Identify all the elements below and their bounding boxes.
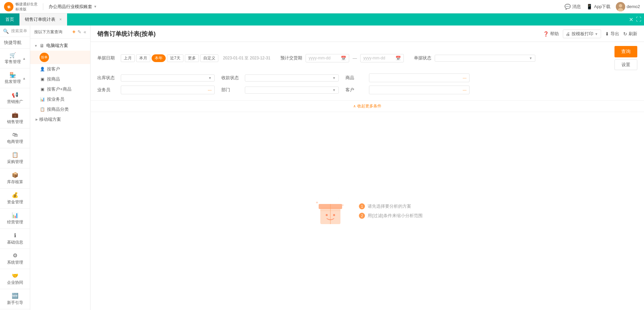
- top-bar-title[interactable]: 办公用品行业模拟账套 ▼: [49, 4, 97, 10]
- logo-text: 畅捷通好生意 标准版: [15, 2, 38, 11]
- tree-section: ▼ 🖥 电脑端方案 按单 👤 按客户 ▣ 按商: [30, 39, 90, 126]
- tree-child-by-order[interactable]: 按单: [30, 51, 90, 64]
- sidebar-item-operations[interactable]: 📊 经营管理: [0, 209, 30, 229]
- sidebar-item-wholesale[interactable]: 🏪 批发管理 ▲: [0, 68, 30, 88]
- add-scheme-btn[interactable]: +: [72, 29, 75, 35]
- pc-expand-icon: ▼: [34, 44, 38, 48]
- page-title-row: 销售订单统计表(按单) ❓ 帮助 🖨 按模板打印 ▼ ⬇: [97, 30, 637, 38]
- status-select-arrow: ▼: [529, 56, 532, 60]
- single-status-label: 单据状态: [414, 55, 431, 61]
- sidebar-item-sales[interactable]: 💼 销售管理: [0, 108, 30, 128]
- newbie-icon: 🆕: [12, 293, 18, 299]
- sidebar-item-retail[interactable]: 🛒 零售管理 ▲: [0, 49, 30, 68]
- cal-icon-end: 📅: [395, 56, 401, 61]
- by-sales-icon: 📊: [40, 97, 45, 102]
- sidebar-item-basic[interactable]: ℹ 基础信息: [0, 229, 30, 249]
- tab-home[interactable]: 首页: [0, 13, 19, 25]
- search-icon: 🔍: [3, 29, 9, 34]
- ship-status-select[interactable]: ▼: [121, 74, 215, 82]
- payment-status-label: 收款状态: [221, 75, 241, 81]
- retail-icon: 🛒: [9, 52, 16, 58]
- page-actions: ❓ 帮助 🖨 按模板打印 ▼ ⬇ 导出 ↻: [543, 30, 637, 38]
- salesperson-input[interactable]: ···: [121, 86, 215, 94]
- sidebar-item-marketing[interactable]: 📢 营销推广: [0, 88, 30, 108]
- department-select[interactable]: ▼: [245, 87, 339, 94]
- left-panel-header: 按以下方案查询 + ✎ «: [30, 25, 90, 39]
- left-panel: 按以下方案查询 + ✎ « ▼ 🖥 电脑端方案 按单: [30, 25, 91, 310]
- salesperson-dots-icon: ···: [208, 87, 212, 93]
- sidebar-search[interactable]: 🔍 搜索菜单: [0, 25, 30, 37]
- mobile-expand-icon: ▶: [36, 118, 38, 121]
- salesperson-label: 业务员: [97, 87, 117, 93]
- this-month-btn[interactable]: 本月: [136, 54, 150, 62]
- user-area[interactable]: demo2: [616, 2, 640, 11]
- this-year-btn[interactable]: 本年: [152, 54, 166, 62]
- sidebar-item-system[interactable]: ⚙ 系统管理: [0, 249, 30, 269]
- tree-parent-mobile[interactable]: ▶ 移动端方案: [30, 114, 90, 124]
- ship-status-label: 出库状态: [97, 75, 117, 81]
- marketing-icon: 📢: [12, 92, 18, 98]
- settings-button[interactable]: 设置: [614, 59, 637, 70]
- user-avatar: [616, 2, 625, 11]
- right-content: 销售订单统计表(按单) ❓ 帮助 🖨 按模板打印 ▼ ⬇: [91, 25, 644, 310]
- svg-text:畅: 畅: [7, 5, 10, 9]
- tab-expand-icon[interactable]: ⛶: [636, 16, 641, 22]
- tree-child-by-customer-product[interactable]: ▣ 按客户+商品: [30, 84, 90, 94]
- edit-scheme-btn[interactable]: ✎: [77, 29, 82, 35]
- custom-btn[interactable]: 自定义: [200, 54, 218, 62]
- export-icon: ⬇: [605, 31, 609, 37]
- collapse-bar[interactable]: ∧ 收起更多条件: [91, 100, 644, 112]
- messages-btn[interactable]: 💬 消息: [565, 4, 581, 10]
- export-btn[interactable]: ⬇ 导出: [605, 31, 619, 37]
- help-btn[interactable]: ❓ 帮助: [543, 31, 559, 37]
- tab-close-all-icon[interactable]: ✕: [629, 16, 633, 23]
- more-btn[interactable]: 更多: [185, 54, 199, 62]
- inventory-icon: 📦: [12, 172, 18, 178]
- app-download-btn[interactable]: 📱 App下载: [586, 4, 610, 10]
- tree-child-by-salesperson[interactable]: 📊 按业务员: [30, 94, 90, 104]
- ecommerce-icon: 🛍: [12, 132, 18, 138]
- top-bar-right: 💬 消息 📱 App下载 demo2: [565, 2, 640, 11]
- single-status-select[interactable]: ▼: [435, 55, 535, 62]
- sidebar-item-purchase[interactable]: 📋 采购管理: [0, 148, 30, 168]
- collapse-panel-btn[interactable]: «: [84, 29, 86, 35]
- panel-actions: + ✎ «: [72, 29, 86, 35]
- top-bar: 畅 畅捷通好生意 标准版 办公用品行业模拟账套 ▼ 💬 消息 📱 App下载: [0, 0, 644, 13]
- refresh-btn[interactable]: ↻ 刷新: [623, 31, 637, 37]
- by-order-dot: 按单: [40, 53, 49, 62]
- product-label: 商品: [345, 75, 366, 81]
- template-print-btn[interactable]: 🖨 按模板打印 ▼: [563, 30, 601, 38]
- content-area: 按以下方案查询 + ✎ « ▼ 🖥 电脑端方案 按单: [30, 25, 644, 310]
- tree-child-by-product[interactable]: ▣ 按商品: [30, 74, 90, 84]
- wholesale-arrow: ▲: [22, 76, 26, 80]
- tree-child-by-category[interactable]: 📋 按商品分类: [30, 104, 90, 114]
- action-buttons: 查询 设置: [614, 46, 637, 70]
- last7-btn[interactable]: 近7天: [167, 54, 183, 62]
- end-date-input[interactable]: yyyy-mm-dd 📅: [360, 54, 404, 62]
- sidebar-item-finance[interactable]: 💰 资金管理: [0, 189, 30, 209]
- sales-icon: 💼: [12, 112, 18, 118]
- tree-child-by-customer[interactable]: 👤 按客户: [30, 64, 90, 74]
- department-label: 部门: [221, 87, 241, 93]
- product-input[interactable]: ···: [369, 73, 470, 82]
- customer-input[interactable]: ···: [369, 86, 470, 94]
- sidebar-item-ecommerce[interactable]: 🛍 电商管理: [0, 128, 30, 148]
- page-title: 销售订单统计表(按单): [97, 30, 156, 38]
- sidebar-item-newbie[interactable]: 🆕 新手引导: [0, 289, 30, 309]
- sidebar-item-inventory[interactable]: 📦 库存核算: [0, 168, 30, 189]
- sidebar-item-quick-nav[interactable]: 零售管理 快捷导航: [0, 37, 30, 49]
- query-button[interactable]: 查询: [614, 46, 637, 57]
- sidebar-item-enterprise[interactable]: 🤝 企业协同: [0, 269, 30, 289]
- tab-close-btn[interactable]: ×: [59, 17, 62, 22]
- logo-icon: 畅: [4, 2, 13, 11]
- tip-num-1: 1: [359, 203, 365, 209]
- last-month-btn[interactable]: 上月: [121, 54, 135, 62]
- payment-status-select[interactable]: ▼: [245, 74, 339, 82]
- customer-label: 客户: [345, 87, 366, 93]
- tree-parent-pc[interactable]: ▼ 🖥 电脑端方案: [30, 41, 90, 51]
- start-date-input[interactable]: yyyy-mm-dd 📅: [306, 54, 349, 62]
- sidebar: 🔍 搜索菜单 零售管理 快捷导航 🛒 零售管理 ▲ 🏪 批发管理 ▲ 📢 营销推…: [0, 25, 30, 310]
- tab-active[interactable]: 销售订单统计表 ×: [19, 13, 67, 25]
- by-customer-icon: 👤: [40, 66, 45, 72]
- cal-icon-start: 📅: [341, 56, 346, 61]
